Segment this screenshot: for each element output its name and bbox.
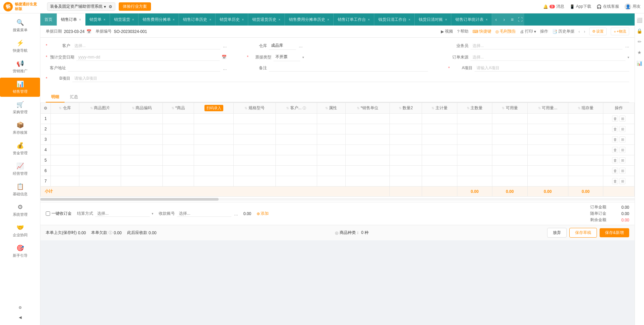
col-warehouse[interactable]: ⇅ 仓库 (51, 103, 79, 114)
tab-detail[interactable]: 明细 (46, 92, 65, 103)
one-click-deposit-checkbox[interactable]: 一键收订金 (46, 211, 72, 216)
history-btn[interactable]: 📑 历史单据 (552, 29, 574, 34)
sidebar-item-quicknav[interactable]: ⚡ 快捷导航 (0, 37, 40, 56)
discard-btn[interactable]: 放弃 (547, 228, 567, 238)
sidebar-item-guide[interactable]: 🎯 新手引导 (0, 242, 40, 261)
col-settings[interactable]: ⚙ (41, 103, 51, 114)
right-panel-icon-1[interactable]: ⬜ (636, 16, 644, 24)
col-qty2[interactable]: ⇅ 数量2 (390, 103, 422, 114)
col-stock[interactable]: ⇅ 现存量 (568, 103, 603, 114)
tab-cashflow-reconcile[interactable]: 钱货日清对账 × (415, 13, 451, 26)
row-copy-btn[interactable]: ⊞ (619, 157, 626, 163)
operation-btn[interactable]: 操作 (540, 29, 548, 34)
scan-btn[interactable]: 扫码录入 (204, 105, 223, 111)
view-btn[interactable]: ▶ 视频 (441, 29, 453, 34)
col-customer-code[interactable]: ⇅ 客户... ⓘ (275, 103, 317, 114)
col-available2[interactable]: ⇅ 可用量... (527, 103, 568, 114)
industry-btn[interactable]: 体验行业方案 (119, 2, 151, 11)
remark-input[interactable] (269, 65, 428, 72)
row-delete-btn[interactable]: 🗑 (612, 178, 618, 184)
tab-sales-order[interactable]: 销售订单 × (57, 13, 85, 26)
tab-fee-history[interactable]: 销售费用分摊单历史 × (285, 13, 334, 26)
one-click-checkbox-input[interactable] (46, 211, 50, 216)
payment-arrow-icon[interactable]: ▾ (152, 212, 153, 215)
nav-next-icon[interactable]: › (584, 29, 585, 34)
add-deposit-btn[interactable]: ⊕ 添加 (257, 211, 269, 216)
tab-order-workbench[interactable]: 销售订单工作台 × (334, 13, 374, 26)
invoice-arrow-icon[interactable]: ▾ (302, 55, 304, 59)
tab-goods-history[interactable]: 销货单历史 × (216, 13, 248, 26)
tab-prev-btn[interactable]: ‹ (492, 13, 500, 26)
delivery-cal-icon[interactable]: 📅 (222, 55, 227, 59)
notice-btn[interactable]: 🔔 9 消息 (543, 4, 564, 9)
tab-close-icon[interactable]: × (327, 18, 329, 22)
warehouse-more-btn[interactable]: ... (299, 43, 303, 48)
col-main-qty[interactable]: ⇅ 主数量 (457, 103, 492, 114)
col-product[interactable]: ⇅ *商品 (163, 103, 194, 114)
print-btn[interactable]: 🖨 打印 ▾ (520, 29, 536, 34)
row-delete-btn[interactable]: 🗑 (612, 147, 618, 153)
tab-close-icon[interactable]: × (368, 18, 370, 22)
account-input[interactable] (177, 210, 231, 217)
row-copy-btn[interactable]: ⊞ (619, 116, 626, 122)
tab-sales-stats[interactable]: 销售订单统计表 × (451, 13, 492, 26)
sidebar-collapse-btn[interactable]: ◀ (0, 313, 40, 322)
customer-input[interactable] (72, 42, 220, 49)
profit-btn[interactable]: ◎ 毛利预告 (495, 29, 516, 34)
save-draft-btn[interactable]: 保存草稿 (569, 228, 597, 238)
sidebar-item-finance[interactable]: 💰 资金管理 (0, 139, 40, 158)
row-copy-btn[interactable]: ⊞ (619, 168, 626, 174)
col-code[interactable]: ⇅ 商品编码 (121, 103, 163, 114)
tab-close-icon[interactable]: × (104, 18, 106, 22)
salesperson-more-btn[interactable]: ... (625, 43, 629, 48)
sidebar-item-inventory[interactable]: 📦 库存核算 (0, 119, 40, 138)
order-source-input[interactable] (470, 54, 626, 61)
horizontal-scrollbar[interactable] (40, 198, 635, 201)
tab-sales-fee[interactable]: 销售费用分摊单 × (139, 13, 179, 26)
row-copy-btn[interactable]: ⊞ (619, 178, 626, 184)
tab-close-icon[interactable]: × (242, 18, 244, 22)
row-copy-btn[interactable]: ⊞ (619, 147, 626, 153)
right-panel-icon-5[interactable]: 📊 (636, 59, 644, 67)
right-panel-icon-4[interactable]: ★ (636, 48, 644, 56)
nav-prev-icon[interactable]: ‹ (578, 29, 580, 34)
info-icon[interactable]: ⓘ (109, 230, 112, 235)
right-panel-icon-3[interactable]: ✏ (636, 38, 644, 46)
col-main-unit[interactable]: ⇅ 主计量 (422, 103, 457, 114)
row-delete-btn[interactable]: 🗑 (612, 157, 618, 163)
tab-close-icon[interactable]: × (445, 18, 447, 22)
address-more-btn[interactable]: ... (223, 66, 227, 71)
account-more-btn[interactable]: ... (234, 211, 238, 216)
tab-sales-goods[interactable]: 销货单 × (85, 13, 110, 26)
row-delete-btn[interactable]: 🗑 (612, 136, 618, 143)
project-a-input[interactable] (475, 65, 629, 72)
sidebar-item-marketing[interactable]: 📢 营销推广 (0, 57, 40, 76)
row-delete-btn[interactable]: 🗑 (612, 168, 618, 174)
salesperson-input[interactable] (470, 42, 623, 49)
col-attributes[interactable]: ⇅ 属性 (317, 103, 345, 114)
payment-input[interactable] (95, 210, 150, 217)
sidebar-item-management[interactable]: 📈 经营管理 (0, 160, 40, 179)
online-service-btn[interactable]: 🎧 在线客服 (597, 4, 619, 9)
system-selector[interactable]: 装备及固定资产辅助管理系统 ▾ ⚙ (47, 2, 115, 11)
sidebar-item-system[interactable]: ⚙ 系统管理 (0, 201, 40, 220)
user-btn[interactable]: 👤 用友 (624, 3, 641, 10)
source-arrow-icon[interactable]: ▾ (628, 55, 629, 59)
tab-close-icon[interactable]: × (409, 18, 411, 22)
sidebar-item-basic-info[interactable]: 📋 基础信息 (0, 180, 40, 199)
calendar-icon[interactable]: 📅 (86, 29, 91, 34)
tab-cashflow-workbench[interactable]: 钱货日清工作台 × (374, 13, 415, 26)
save-new-btn[interactable]: 保存&新增 (600, 228, 629, 237)
row-delete-btn[interactable]: 🗑 (612, 126, 618, 132)
tab-sales-history[interactable]: 销售订单历史 × (179, 13, 216, 26)
tab-close-icon[interactable]: × (209, 18, 211, 22)
col-available[interactable]: ⇅ 可用量 (492, 103, 528, 114)
sidebar-item-search[interactable]: 🔍 搜索菜单 (0, 16, 40, 35)
col-spec[interactable]: ⇅ 规格型号 (234, 103, 275, 114)
address-input[interactable] (68, 65, 220, 72)
tab-summary[interactable]: 汇总 (65, 92, 83, 103)
right-panel-icon-2[interactable]: 🔒 (636, 27, 644, 35)
tab-next-btn[interactable]: › (500, 13, 508, 26)
tab-menu-btn[interactable]: ≡ (508, 13, 516, 26)
sidebar-item-purchase[interactable]: 🛒 采购管理 (0, 98, 40, 117)
